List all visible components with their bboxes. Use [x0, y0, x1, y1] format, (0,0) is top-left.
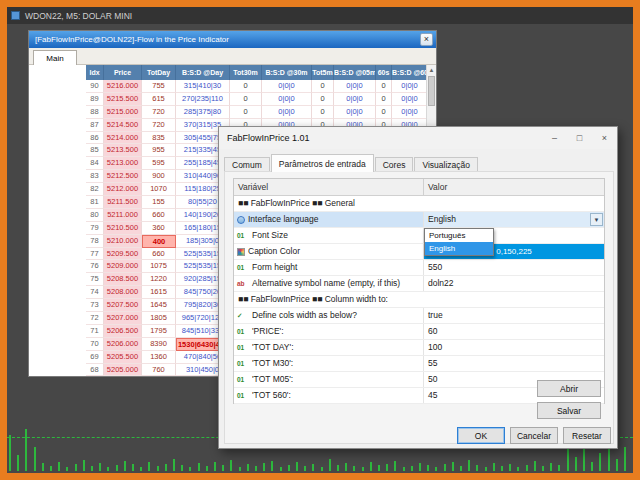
chevron-down-icon[interactable]: ▼	[590, 213, 603, 226]
scroll-up-icon[interactable]: ▲	[427, 65, 436, 75]
save-button[interactable]: Salvar	[537, 402, 601, 419]
param-value-text: 60	[428, 326, 437, 336]
volume-bar	[42, 463, 44, 471]
dropdown-item-portugu-s[interactable]: Português	[425, 229, 493, 242]
volume-bar	[419, 463, 421, 471]
table-cell: 0|0|0	[262, 93, 312, 106]
dropdown-item-english[interactable]: English	[425, 242, 493, 255]
param-value[interactable]: 100	[424, 340, 604, 355]
param-value[interactable]: true	[424, 308, 604, 323]
table-cell: 78	[86, 235, 104, 248]
table-cell: 0	[312, 80, 334, 93]
param-value[interactable]: 550	[424, 260, 604, 275]
param-value[interactable]: English▼	[424, 212, 604, 227]
table-cell: 0	[376, 106, 392, 119]
close-icon[interactable]: ×	[420, 33, 433, 46]
cancel-button[interactable]: Cancelar	[510, 427, 558, 444]
mt5-screenshot-root: WDON22, M5: DOLAR MINI [FabFlowInPrice@D…	[0, 0, 640, 480]
volume-bar	[140, 467, 142, 471]
tab-comum[interactable]: Comum	[224, 157, 270, 172]
volume-bar	[599, 453, 601, 471]
column-header-b-s-d-30m: B:S:D @30m	[262, 65, 312, 80]
reset-button[interactable]: Resetar	[563, 427, 611, 444]
param-value-text: 550	[428, 262, 442, 272]
param-row[interactable]: 01'TOT DAY':100	[234, 340, 604, 356]
param-row[interactable]: Interface languageEnglish▼	[234, 212, 604, 228]
chart-titlebar[interactable]: WDON22, M5: DOLAR MINI	[7, 7, 633, 24]
open-button[interactable]: Abrir	[537, 380, 601, 397]
language-icon	[237, 216, 245, 224]
volume-bar	[34, 447, 36, 471]
tab-visualiza-o[interactable]: Visualização	[414, 157, 478, 172]
param-row[interactable]: 01Form height550	[234, 260, 604, 276]
param-row[interactable]: Caption Color0,150,225	[234, 244, 604, 260]
volume-bar	[280, 467, 282, 471]
param-grid-header: Variável Valor	[234, 179, 604, 196]
scrollbar-thumb[interactable]	[428, 76, 435, 106]
dialog-tabs: ComumParâmetros de entradaCoresVisualiza…	[224, 153, 614, 172]
tab-par-metros-de-entrada[interactable]: Parâmetros de entrada	[271, 154, 374, 172]
column-header-price: Price	[104, 65, 142, 80]
table-cell: 5211.000	[104, 209, 142, 222]
volume-bar	[181, 465, 183, 471]
table-cell: 5215.500	[104, 93, 142, 106]
volume-bar	[427, 465, 429, 471]
volume-bar	[263, 463, 265, 471]
table-cell: 5212.500	[104, 170, 142, 183]
ok-button[interactable]: OK	[457, 427, 505, 444]
param-value[interactable]: 55	[424, 356, 604, 371]
table-cell: 77	[86, 248, 104, 261]
table-cell: 720	[142, 119, 176, 132]
dialog-titlebar[interactable]: FabFlowInPrice 1.01 – □ ×	[219, 127, 617, 149]
param-label: Interface language	[234, 212, 424, 227]
volume-bar	[534, 461, 536, 471]
table-cell: 73	[86, 299, 104, 312]
volume-bar	[542, 466, 544, 471]
param-row[interactable]: 01Font Size	[234, 228, 604, 244]
param-label: abAlternative symbol name (empty, if thi…	[234, 276, 424, 291]
volume-bar	[509, 464, 511, 471]
tab-cores[interactable]: Cores	[375, 157, 414, 172]
table-cell: 85	[86, 144, 104, 157]
param-row[interactable]: 01'TOT M30':55	[234, 356, 604, 372]
param-category-row[interactable]: ■■ FabFlowInPrice ■■ Column width to:	[234, 292, 604, 308]
table-cell: 0	[312, 106, 334, 119]
indicator-titlebar[interactable]: [FabFlowInPrice@DOLN22]-Flow in the Pric…	[29, 31, 436, 48]
table-cell: 86	[86, 132, 104, 145]
close-icon[interactable]: ×	[592, 127, 617, 149]
volume-bar	[58, 462, 60, 471]
param-label: Caption Color	[234, 244, 424, 259]
param-label: 01'PRICE':	[234, 324, 424, 339]
param-label-text: 'PRICE':	[252, 324, 284, 339]
volume-bar	[83, 460, 85, 471]
volume-bar	[17, 455, 19, 471]
table-cell: 5207.500	[104, 299, 142, 312]
volume-bar	[148, 462, 150, 471]
volume-bar	[394, 461, 396, 471]
minimize-icon[interactable]: –	[542, 127, 567, 149]
param-row[interactable]: ✓Define cols width as below?true	[234, 308, 604, 324]
volume-bar	[616, 459, 618, 471]
volume-bar	[435, 467, 437, 471]
param-value[interactable]: doln22	[424, 276, 604, 291]
table-cell: 0|0|0	[392, 80, 426, 93]
param-row[interactable]: 01'PRICE':60	[234, 324, 604, 340]
volume-bar	[378, 465, 380, 471]
table-cell: 660	[142, 248, 176, 261]
param-label-text: 'TOT DAY':	[252, 340, 294, 355]
param-label: 01Font Size	[234, 228, 424, 243]
param-row[interactable]: abAlternative symbol name (empty, if thi…	[234, 276, 604, 292]
table-cell: 835	[142, 132, 176, 145]
param-category-row[interactable]: ■■ FabFlowInPrice ■■ General	[234, 196, 604, 212]
tab-main[interactable]: Main	[33, 50, 77, 65]
table-cell: 89	[86, 93, 104, 106]
volume-bar	[526, 465, 528, 471]
volume-bar	[214, 462, 216, 471]
volume-bar	[444, 464, 446, 471]
param-label-text: Interface language	[248, 212, 318, 227]
maximize-icon[interactable]: □	[567, 127, 592, 149]
chart-title: WDON22, M5: DOLAR MINI	[25, 11, 132, 21]
param-value[interactable]: 60	[424, 324, 604, 339]
table-cell: 5206.000	[104, 338, 142, 351]
language-dropdown: PortuguêsEnglish	[424, 228, 494, 256]
